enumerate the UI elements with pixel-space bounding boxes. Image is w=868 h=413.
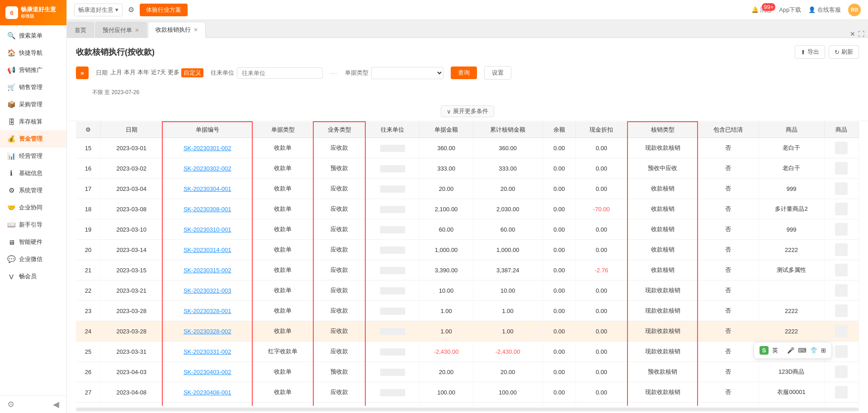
sidebar-item-member[interactable]: V畅会员 <box>0 268 66 285</box>
floating-shirt-icon[interactable]: 👕 <box>810 347 817 354</box>
date-opt-more[interactable]: 更多 <box>168 68 179 77</box>
cell-goods-img <box>824 382 859 403</box>
bill-no-link[interactable]: SK-20230302-002 <box>184 165 231 172</box>
online-service-btn[interactable]: 👤 在线客服 <box>808 6 841 14</box>
app-download-btn[interactable]: App下载 <box>779 6 801 14</box>
col-settings-header[interactable]: ⚙ <box>76 122 100 138</box>
tab-prepay-close[interactable]: ✕ <box>135 27 139 33</box>
user-avatar[interactable]: Rit <box>848 4 861 16</box>
floating-keyboard-icon[interactable]: ⌨ <box>798 347 807 354</box>
logo-icon: 6 <box>5 6 18 19</box>
export-btn[interactable]: ⬆ 导出 <box>795 45 825 59</box>
expand-more-conditions-btn[interactable]: ∨ 展开更多条件 <box>441 105 494 117</box>
sidebar-item-quicknav[interactable]: 🏠快捷导航 <box>0 44 66 62</box>
cell-cash-discount: 0.00 <box>576 138 627 158</box>
tab-payment[interactable]: 收款核销执行 ✕ <box>148 22 206 38</box>
chevron-down-icon: ∨ <box>447 108 451 115</box>
nav-label-quicknav: 快捷导航 <box>19 49 42 57</box>
bill-no-link[interactable]: SK-20230308-001 <box>184 206 231 213</box>
cell-biz-type: 应收款 <box>313 280 365 301</box>
floating-grid-icon[interactable]: ⊞ <box>821 347 826 354</box>
cell-goods: 多计量商品2 <box>759 199 824 219</box>
collapse-footer-icon[interactable]: ◀ <box>53 399 59 409</box>
sidebar-item-wechat[interactable]: 💬企业微信 <box>0 251 66 268</box>
sidebar-item-search[interactable]: 🔍搜索菜单 <box>0 27 66 44</box>
sidebar-nav: 🔍搜索菜单🏠快捷导航📢营销推广🛒销售管理📦采购管理🗄库存核算💰资金管理📊经营管理… <box>0 25 66 395</box>
cell-bill-type: 收款单 <box>252 260 313 280</box>
floating-input-badge: S 英 · 🎤 ⌨ 👕 ⊞ <box>754 342 832 359</box>
cell-biz-type: 应收款 <box>313 321 365 342</box>
bill-no-link[interactable]: SK-20230315-002 <box>184 267 231 274</box>
cell-bill-no: SK-20230315-002 <box>162 260 252 280</box>
cell-goods-img <box>824 138 859 158</box>
bill-no-link[interactable]: SK-20230321-003 <box>184 287 231 294</box>
filter-partner-group: 往来单位 <box>211 67 323 79</box>
cell-bill-type: 红字收款单 <box>252 342 313 362</box>
tab-prepay[interactable]: 预付应付单 ✕ <box>95 22 147 38</box>
filter-partner-input[interactable] <box>237 67 323 79</box>
cell-bill-type: 收款单 <box>252 158 313 179</box>
bill-no-link[interactable]: SK-20230310-001 <box>184 226 231 233</box>
sidebar-item-hardware[interactable]: 🖥智能硬件 <box>0 233 66 251</box>
nav-label-hardware: 智能硬件 <box>19 238 42 246</box>
filter-dots[interactable]: ··· <box>330 70 338 76</box>
tab-home[interactable]: 首页 <box>67 22 94 38</box>
filter-voucher-type-select[interactable] <box>371 67 443 79</box>
org-selector[interactable]: 畅康道好生意 ▾ <box>74 4 123 16</box>
sidebar-item-marketing[interactable]: 📢营销推广 <box>0 62 66 79</box>
cell-amount: 1.00 <box>420 321 473 342</box>
refresh-btn[interactable]: ↻ 刷新 <box>829 45 859 59</box>
cell-row-no: 27 <box>76 382 100 403</box>
sidebar-item-system[interactable]: ⚙系统管理 <box>0 182 66 199</box>
sidebar-item-operations[interactable]: 📊经营管理 <box>0 147 66 165</box>
bill-no-link[interactable]: SK-20230408-001 <box>184 389 231 396</box>
cell-date: 2023-03-31 <box>100 342 162 362</box>
sidebar-item-inventory[interactable]: 🗄库存核算 <box>0 113 66 130</box>
sidebar-item-guide[interactable]: 📖新手引导 <box>0 216 66 233</box>
topbar-gear-icon[interactable]: ⚙ <box>128 5 134 14</box>
filter-date-opts: 上月 本月 本年 近7天 更多 自定义 <box>110 68 203 77</box>
sidebar-item-purchase[interactable]: 📦采购管理 <box>0 96 66 113</box>
industry-btn[interactable]: 体验行业方案 <box>140 4 188 16</box>
cell-balance: 0.00 <box>542 219 576 240</box>
col-bill-no-header: 单据编号 <box>162 122 252 138</box>
settings-footer-icon[interactable]: ⚙ <box>7 399 14 409</box>
table-horizontal-scrollbar[interactable] <box>76 408 859 411</box>
table-row: 27 2023-04-08 SK-20230408-001 收款单 应收款 ██… <box>76 382 859 403</box>
cell-goods-img <box>824 179 859 199</box>
bill-no-link[interactable]: SK-20230328-002 <box>184 328 231 335</box>
bill-no-link[interactable]: SK-20230304-001 <box>184 185 231 192</box>
date-opt-custom[interactable]: 自定义 <box>181 68 203 77</box>
filter-expand-btn[interactable]: » <box>76 66 89 79</box>
bill-no-link[interactable]: SK-20230301-002 <box>184 145 231 152</box>
date-opt-this-year[interactable]: 本年 <box>137 68 149 77</box>
bill-no-link[interactable]: SK-20230328-001 <box>184 308 231 314</box>
filter-query-btn[interactable]: 查询 <box>451 66 477 79</box>
bill-no-link[interactable]: SK-20230403-002 <box>184 369 231 375</box>
cell-goods-img <box>824 403 859 406</box>
col-include-settled-header: 包含已结清 <box>698 122 759 138</box>
sidebar-item-collab[interactable]: 🤝企业协同 <box>0 199 66 216</box>
cell-cash-discount: 0.00 <box>576 179 627 199</box>
bill-no-link[interactable]: SK-20230331-002 <box>184 348 231 355</box>
tab-payment-close[interactable]: ✕ <box>193 27 198 33</box>
cell-balance: 0.00 <box>542 321 576 342</box>
sidebar-item-basic[interactable]: ℹ基础信息 <box>0 165 66 182</box>
floating-mic-icon[interactable]: 🎤 <box>787 347 794 354</box>
tab-expand-icon[interactable]: ⛶ <box>858 30 864 38</box>
nav-label-member: 畅会员 <box>19 272 37 280</box>
page: 收款核销执行(按收款) ⬆ 导出 ↻ 刷新 » 日期 上月 本月 <box>67 38 868 413</box>
bill-no-link[interactable]: SK-20230314-001 <box>184 247 231 253</box>
tab-close-all-icon[interactable]: ✕ <box>850 30 855 38</box>
cell-cash-discount: 0.00 <box>576 403 627 406</box>
message-btn[interactable]: 🔔 消息 99+ <box>751 6 772 14</box>
filter-settings-btn[interactable]: 设置 <box>484 66 511 80</box>
cell-balance: 0.00 <box>542 362 576 382</box>
date-opt-7days[interactable]: 近7天 <box>151 68 166 77</box>
table-row: 25 2023-03-31 SK-20230331-002 红字收款单 应收款 … <box>76 342 859 362</box>
sidebar-item-finance[interactable]: 💰资金管理 <box>0 130 66 147</box>
date-opt-last-month[interactable]: 上月 <box>110 68 122 77</box>
date-opt-this-month[interactable]: 本月 <box>124 68 136 77</box>
sidebar-item-sales[interactable]: 🛒销售管理 <box>0 79 66 96</box>
cell-goods-img <box>824 362 859 382</box>
